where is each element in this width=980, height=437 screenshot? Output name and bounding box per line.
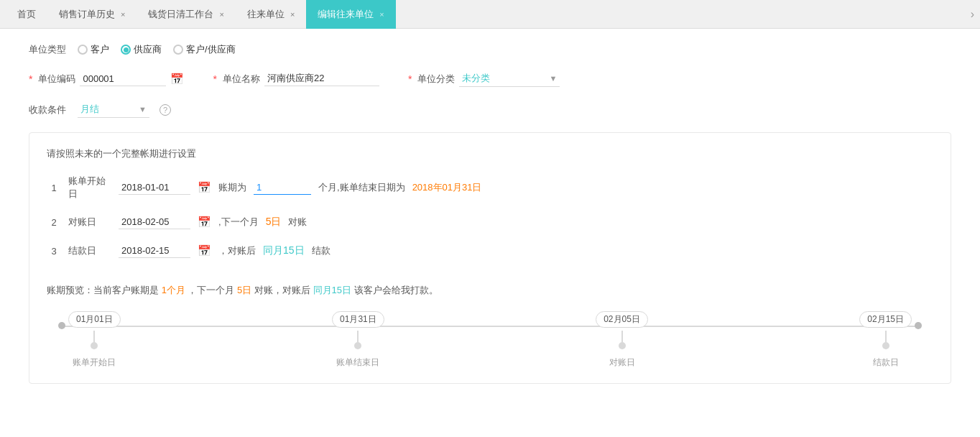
timeline-point-1: 01月31日 账单结束日 [332,311,384,369]
timeline-pill-2: 02月05日 [596,311,648,328]
timeline-pill-3: 02月15日 [859,311,912,328]
unit-name-input[interactable] [264,72,379,86]
period-calendar-1[interactable]: 📅 [198,181,211,194]
timeline-dot-2 [619,342,626,349]
period-num-3: 3 [47,246,61,257]
period-suffix-pre-3: ，对账后 [218,244,256,257]
tab-home[interactable]: 首页 [6,0,47,29]
radio-customer-supplier-circle [173,45,183,55]
timeline-point-3: 02月15日 结款日 [859,311,912,369]
payment-terms-label: 收款条件 [29,104,66,116]
unit-category-label: 单位分类 [417,73,455,86]
period-suffix-pre-1: 账期为 [218,181,246,194]
unit-code-icon[interactable]: 📅 [170,73,184,86]
radio-supplier[interactable]: 供应商 [121,43,162,56]
timeline-label-3: 结款日 [873,356,899,369]
tab-close-sales[interactable]: × [121,10,125,19]
period-row-1: 1 账单开始日 📅 账期为 个月,账单结束日期为 2018年01月31日 [47,175,933,201]
help-icon[interactable]: ? [160,104,171,116]
unit-category-arrow: ▼ [549,74,557,83]
period-title: 请按照未来的一个完整帐期进行设置 [47,147,933,160]
period-row-2: 2 对账日 📅 ,下一个月 5日 对账 [47,215,933,229]
timeline-container: 01月01日 账单开始日 01月31日 账单结束日 02月05日 [47,311,933,369]
payment-terms-select[interactable]: 月结 ▼ [78,101,149,118]
unit-info-row: * 单位编码 📅 * 单位名称 * 单位分类 未分类 ▼ [29,70,951,87]
timeline-pill-1: 01月31日 [332,311,384,328]
timeline-label-2: 对账日 [609,356,635,369]
unit-code-group: * 单位编码 📅 [29,72,184,86]
radio-customer-supplier[interactable]: 客户/供应商 [173,43,236,56]
tab-cash-work[interactable]: 钱货日清工作台 × [137,0,235,29]
unit-type-label: 单位类型 [29,43,66,56]
preview-section: 账期预览：当前客户账期是 1个月 ，下一个月 5日 对账，对账后 同月15日 该… [47,272,933,369]
period-label-3: 结款日 [68,244,111,257]
period-date-2[interactable] [119,215,190,229]
preview-part1: 1个月 [162,285,185,295]
unit-type-radio-group: 客户 供应商 客户/供应商 [78,43,236,56]
period-row-3: 3 结款日 📅 ，对账后 同月15日 结款 [47,244,933,258]
timeline-label-0: 账单开始日 [73,356,116,369]
unit-name-group: * 单位名称 [213,72,379,86]
timeline-dot-1 [354,342,361,349]
period-suffix-post-1: 个月,账单结束日期为 [318,181,405,194]
main-content: 单位类型 客户 供应商 客户/供应商 * 单位编码 📅 * 单位名称 [0,29,980,437]
tab-close-edit-partner[interactable]: × [379,10,384,19]
payment-terms-row: 收款条件 月结 ▼ ? [29,101,951,118]
unit-name-label: 单位名称 [223,73,260,86]
unit-code-input[interactable] [80,72,166,86]
preview-part3: 同月15日 [313,285,351,295]
radio-customer-circle [78,45,88,55]
radio-customer[interactable]: 客户 [78,43,109,56]
period-date-3[interactable] [119,244,190,258]
tab-close-cash[interactable]: × [219,10,223,19]
period-months-input[interactable] [254,180,311,195]
unit-category-select[interactable]: 未分类 ▼ [459,70,560,87]
tab-close-partner[interactable]: × [290,10,295,19]
tab-expand-button[interactable]: › [971,8,974,21]
period-suffix-pre-2: ,下一个月 [218,216,259,229]
tab-partner[interactable]: 往来单位 × [236,0,306,29]
period-highlight-2: 5日 [266,216,282,229]
unit-category-group: * 单位分类 未分类 ▼ [408,70,560,87]
period-num-1: 1 [47,183,61,193]
period-end-date-1: 2018年01月31日 [412,181,482,194]
unit-type-row: 单位类型 客户 供应商 客户/供应商 [29,43,951,56]
tab-sales-order-history[interactable]: 销售订单历史 × [47,0,137,29]
tab-bar: 首页 销售订单历史 × 钱货日清工作台 × 往来单位 × 编辑往来单位 × › [0,0,980,29]
period-calendar-2[interactable]: 📅 [198,216,211,229]
period-suffix-post-3: 结款 [312,244,330,257]
period-label-2: 对账日 [68,216,111,229]
timeline-label-1: 账单结束日 [336,356,379,369]
tab-edit-partner[interactable]: 编辑往来单位 × [306,0,395,29]
preview-part2: 5日 [237,285,251,295]
timeline-dot-3 [882,342,889,349]
period-date-1[interactable] [119,180,190,195]
timeline-point-2: 02月05日 对账日 [596,311,648,369]
period-highlight-3: 同月15日 [263,244,305,257]
timeline-dot-0 [91,342,98,349]
payment-terms-arrow: ▼ [139,105,147,114]
period-suffix-post-2: 对账 [288,216,307,229]
period-label-1: 账单开始日 [68,175,111,201]
period-box: 请按照未来的一个完整帐期进行设置 1 账单开始日 📅 账期为 个月,账单结束日期… [29,132,951,384]
period-calendar-3[interactable]: 📅 [198,244,211,257]
payment-terms-value: 月结 [80,103,136,116]
unit-category-value: 未分类 [462,72,546,85]
timeline-points: 01月01日 账单开始日 01月31日 账单结束日 02月05日 [61,311,919,369]
timeline-pill-0: 01月01日 [68,311,121,328]
preview-text: 账期预览：当前客户账期是 1个月 ，下一个月 5日 对账，对账后 同月15日 该… [47,284,933,297]
radio-supplier-circle [121,45,131,55]
timeline-point-0: 01月01日 账单开始日 [68,311,121,369]
period-num-2: 2 [47,217,61,228]
unit-code-label: 单位编码 [38,73,75,86]
